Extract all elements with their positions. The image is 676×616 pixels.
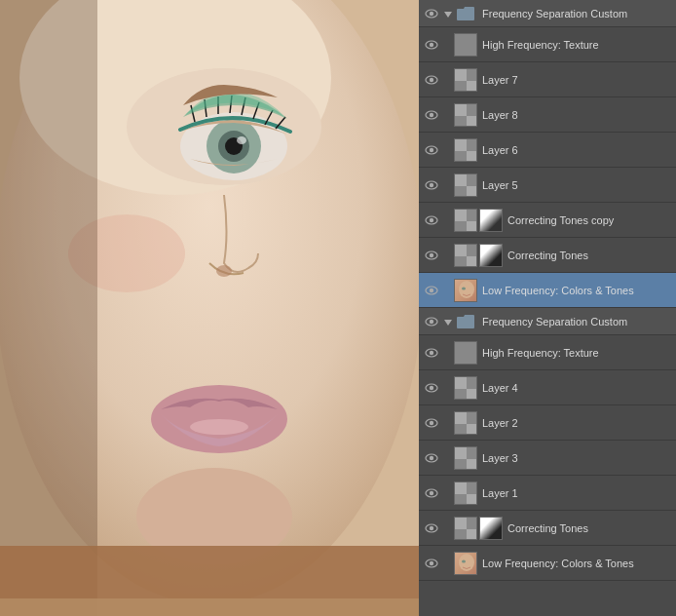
layer-thumbnail	[454, 138, 477, 162]
layer-name: Layer 4	[482, 382, 672, 394]
eye-visibility-icon[interactable]	[423, 36, 440, 54]
layer-row[interactable]: Layer 3	[419, 441, 676, 476]
layer-row[interactable]: Correcting Tones copy	[419, 203, 676, 238]
layer-name: Low Frequency: Colors & Tones	[482, 558, 672, 569]
svg-point-40	[430, 147, 433, 151]
layer-name: Low Frequency: Colors & Tones	[482, 285, 672, 296]
svg-point-64	[430, 319, 433, 323]
svg-rect-58	[467, 256, 477, 267]
layer-thumbnail	[454, 552, 477, 575]
eye-visibility-icon[interactable]	[423, 247, 440, 264]
svg-rect-53	[467, 221, 477, 232]
layer-name: Frequency Separation Custom	[482, 8, 672, 19]
layer-row[interactable]: Low Frequency: Colors & Tones	[419, 546, 676, 581]
svg-point-8	[237, 136, 246, 144]
layer-name: Layer 7	[482, 74, 672, 86]
layer-thumbnail	[454, 341, 477, 365]
layer-row[interactable]: Correcting Tones	[419, 511, 676, 546]
layer-name: Layer 1	[482, 487, 672, 499]
svg-point-69	[430, 385, 433, 389]
layer-name: High Frequency: Texture	[482, 39, 672, 51]
eye-visibility-icon[interactable]	[423, 449, 440, 467]
svg-rect-81	[455, 447, 467, 459]
eye-visibility-icon[interactable]	[423, 5, 440, 22]
svg-rect-52	[455, 210, 467, 221]
svg-point-35	[430, 112, 433, 116]
eye-visibility-icon[interactable]	[423, 555, 440, 572]
svg-rect-76	[455, 412, 467, 424]
eye-visibility-icon[interactable]	[423, 71, 440, 89]
folder-icon	[457, 7, 474, 20]
eye-visibility-icon[interactable]	[423, 414, 440, 432]
layer-name: High Frequency: Texture	[482, 347, 672, 359]
layer-name: Layer 3	[482, 452, 672, 464]
svg-rect-87	[467, 494, 477, 505]
layer-row[interactable]: Layer 6	[419, 133, 676, 168]
layer-thumbnail	[454, 209, 477, 232]
layer-thumbnail	[454, 33, 477, 57]
eye-visibility-icon[interactable]	[423, 520, 440, 537]
svg-rect-38	[467, 116, 477, 127]
svg-rect-72	[467, 389, 477, 400]
layer-name: Layer 8	[482, 109, 672, 121]
svg-rect-82	[467, 459, 477, 470]
layer-thumbnail	[454, 376, 477, 400]
svg-point-79	[430, 455, 433, 459]
layer-row[interactable]: Layer 4	[419, 370, 676, 405]
group-row[interactable]: Frequency Separation Custom	[419, 308, 676, 335]
svg-point-55	[430, 252, 433, 256]
layer-name: Layer 5	[482, 179, 672, 191]
svg-point-94	[430, 560, 433, 564]
svg-marker-65	[444, 320, 452, 326]
layer-name: Correcting Tones	[507, 250, 672, 261]
svg-rect-91	[455, 518, 467, 529]
group-expand-arrow[interactable]	[444, 317, 454, 327]
svg-point-28	[430, 42, 433, 46]
group-expand-arrow[interactable]	[444, 9, 454, 19]
svg-point-20	[190, 419, 248, 435]
eye-visibility-icon[interactable]	[423, 106, 440, 124]
layer-mask-thumbnail	[479, 244, 503, 267]
layer-thumbnail	[454, 411, 477, 435]
layer-row[interactable]: High Frequency: Texture	[419, 335, 676, 370]
svg-point-67	[430, 350, 433, 354]
layer-row[interactable]: Layer 5	[419, 168, 676, 203]
eye-visibility-icon[interactable]	[423, 141, 440, 159]
group-row[interactable]: Frequency Separation Custom	[419, 0, 676, 27]
eye-visibility-icon[interactable]	[423, 379, 440, 397]
svg-point-84	[430, 490, 433, 494]
layer-row[interactable]: Layer 8	[419, 97, 676, 133]
eye-visibility-icon[interactable]	[423, 313, 440, 330]
layer-thumbnail	[454, 279, 477, 302]
layer-thumbnail	[454, 68, 477, 92]
svg-rect-32	[455, 69, 467, 81]
svg-rect-71	[455, 377, 467, 389]
layer-name: Frequency Separation Custom	[482, 316, 672, 327]
svg-rect-47	[455, 174, 467, 186]
svg-point-74	[430, 420, 433, 424]
eye-visibility-icon[interactable]	[423, 282, 440, 299]
layer-thumbnail	[454, 517, 477, 540]
svg-rect-22	[0, 0, 97, 616]
svg-marker-26	[444, 12, 452, 18]
layer-mask-thumbnail	[479, 517, 503, 540]
eye-visibility-icon[interactable]	[423, 176, 440, 194]
svg-point-62	[462, 287, 466, 289]
eye-visibility-icon[interactable]	[423, 212, 440, 229]
layer-row[interactable]: High Frequency: Texture	[419, 27, 676, 62]
eye-visibility-icon[interactable]	[423, 344, 440, 362]
folder-icon	[457, 315, 474, 328]
layer-row[interactable]: Layer 2	[419, 405, 676, 441]
svg-rect-33	[467, 81, 477, 92]
layer-thumbnail	[454, 481, 477, 505]
layer-row[interactable]: Low Frequency: Colors & Tones	[419, 273, 676, 308]
eye-visibility-icon[interactable]	[423, 484, 440, 502]
layer-row[interactable]: Layer 1	[419, 476, 676, 511]
layer-thumbnail	[454, 446, 477, 470]
layer-name: Layer 2	[482, 417, 672, 429]
layer-row[interactable]: Layer 7	[419, 62, 676, 97]
layer-thumbnail	[454, 173, 477, 197]
layer-row[interactable]: Correcting Tones	[419, 238, 676, 273]
layers-panel[interactable]: Frequency Separation CustomHigh Frequenc…	[419, 0, 676, 616]
layer-thumbnail	[454, 244, 477, 267]
